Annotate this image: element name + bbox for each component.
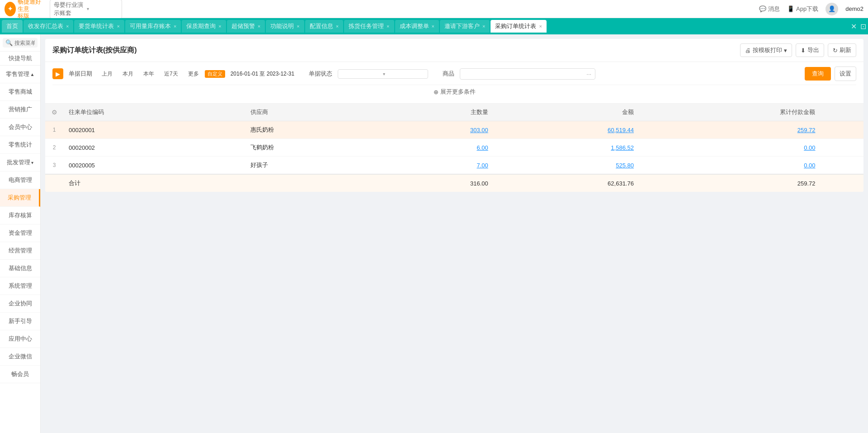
column-settings-icon[interactable]: ⚙ [52, 109, 57, 116]
sidebar-item-vip[interactable]: 畅会员 [0, 366, 40, 383]
sidebar-item-app-center[interactable]: 应用中心 [0, 330, 40, 348]
close-all-tabs-button[interactable]: ✕ [851, 22, 857, 31]
close-tab-receipts[interactable]: × [66, 24, 69, 29]
logo-area: ✦ 畅捷通好生意 标版 [5, 0, 45, 19]
sidebar-item-inventory[interactable]: 库存核算 [0, 207, 40, 224]
row-amount[interactable]: 1,586.52 [494, 139, 639, 157]
chevron-right-icon: ▶ [56, 71, 60, 77]
print-button[interactable]: 🖨 按模板打印 ▾ [740, 43, 792, 57]
footer-main-qty: 316.00 [380, 174, 494, 192]
logo-icon: ✦ [5, 2, 16, 16]
sidebar-item-retail-stat[interactable]: 零售统计 [0, 136, 40, 154]
tab-invite[interactable]: 邀请下游客户 × [440, 20, 490, 33]
page: 采购订单统计表(按供应商) 🖨 按模板打印 ▾ ⬇ 导出 ↻ [41, 34, 868, 433]
message-button[interactable]: 💬 消息 [759, 5, 780, 13]
app-download-button[interactable]: 📱 App下载 [787, 5, 818, 13]
goods-input[interactable] [464, 71, 586, 77]
sidebar: 🔍 快捷导航 零售管理 ▲ 零售商城 营销推广 会员中心 零售统计 [0, 34, 41, 433]
close-tab-pickup-task[interactable]: × [387, 24, 389, 29]
refresh-button[interactable]: ↻ 刷新 [828, 43, 856, 57]
sidebar-item-wechat-biz[interactable]: 企业微信 [0, 348, 40, 366]
sidebar-item-label: 会员中心 [9, 124, 32, 130]
sidebar-item-label: 经营管理 [9, 247, 32, 254]
shortcut-more[interactable]: 更多 [184, 69, 203, 79]
shortcut-this-year[interactable]: 本年 [139, 69, 158, 79]
shortcut-this-month[interactable]: 本月 [118, 69, 137, 79]
sidebar-item-marketing[interactable]: 营销推广 [0, 101, 40, 119]
custom-badge[interactable]: 自定义 [205, 70, 225, 78]
sidebar-item-retail-mgmt[interactable]: 零售管理 ▲ [0, 66, 40, 83]
sidebar-item-ecommerce[interactable]: 电商管理 [0, 171, 40, 189]
sidebar-item-enterprise[interactable]: 企业协同 [0, 295, 40, 313]
tab-config[interactable]: 配置信息 × [305, 20, 343, 33]
row-main-qty[interactable]: 7.00 [380, 157, 494, 175]
data-table: ⚙ 往来单位编码 供应商 主数量 金额 累计付款金额 [45, 104, 863, 192]
tab-pickup-task[interactable]: 拣货任务管理 × [344, 20, 394, 33]
shortcut-last-month[interactable]: 上月 [98, 69, 117, 79]
filter-settings-button[interactable]: 设置 [835, 67, 856, 81]
search-icon: 🔍 [5, 39, 13, 46]
content-area: 采购订单统计表(按供应商) 🖨 按模板打印 ▾ ⬇ 导出 ↻ [41, 34, 868, 433]
row-amount[interactable]: 525.80 [494, 157, 639, 175]
export-button[interactable]: ⬇ 导出 [796, 43, 824, 57]
tab-home[interactable]: 首页 [2, 20, 23, 33]
tab-requisition[interactable]: 要货单统计表 × [74, 20, 124, 33]
date-shortcuts: 上月 本月 本年 近7天 更多 自定义 [98, 69, 225, 79]
close-tab-config[interactable]: × [336, 24, 339, 29]
sidebar-item-purchase[interactable]: 采购管理 [0, 189, 40, 207]
sidebar-item-label: 库存核算 [9, 212, 32, 219]
sidebar-item-basic-info[interactable]: 基础信息 [0, 260, 40, 277]
shortcut-7days[interactable]: 近7天 [160, 69, 182, 79]
avatar[interactable]: 👤 [826, 3, 838, 15]
close-tab-cost-adj[interactable]: × [432, 24, 434, 29]
close-tab-func-desc[interactable]: × [297, 24, 299, 29]
sidebar-item-sys-mgmt[interactable]: 系统管理 [0, 277, 40, 295]
tab-purchase-stat[interactable]: 采购订单统计表 × [491, 20, 546, 33]
maximize-button[interactable]: ⊡ [860, 22, 866, 31]
filter-toggle-button[interactable]: ▶ [52, 68, 63, 79]
sidebar-search-box[interactable]: 🔍 [3, 38, 38, 48]
table-area: ⚙ 往来单位编码 供应商 主数量 金额 累计付款金额 [45, 104, 863, 192]
sidebar-item-retail-shop[interactable]: 零售商城 [0, 83, 40, 101]
col-main-qty: 主数量 [380, 104, 494, 121]
sidebar-item-biz-mgmt[interactable]: 经营管理 [0, 242, 40, 260]
row-main-qty[interactable]: 303.00 [380, 121, 494, 139]
search-input[interactable] [14, 40, 35, 46]
row-counter-code: 00020001 [63, 121, 245, 139]
goods-more-icon[interactable]: ··· [586, 71, 591, 77]
sidebar-item-label: 基础信息 [9, 265, 32, 271]
tab-overstock[interactable]: 超储预警 × [227, 20, 265, 33]
topbar-right: 💬 消息 📱 App下载 👤 demo2 [759, 3, 863, 15]
row-paid-amount[interactable]: 0.00 [639, 157, 821, 175]
close-tab-invite[interactable]: × [482, 24, 485, 29]
sidebar-item-finance[interactable]: 资金管理 [0, 224, 40, 242]
row-counter-code: 00020002 [63, 139, 245, 157]
goods-input-area[interactable]: ··· [460, 68, 595, 80]
tab-cost-adj[interactable]: 成本调整单 × [395, 20, 439, 33]
tab-expiry[interactable]: 保质期查询 × [182, 20, 226, 33]
sidebar-item-new-guide[interactable]: 新手引导 [0, 313, 40, 330]
close-tab-purchase-stat[interactable]: × [539, 24, 542, 29]
row-amount[interactable]: 60,519.44 [494, 121, 639, 139]
message-icon: 💬 [759, 5, 766, 12]
row-paid-amount[interactable]: 0.00 [639, 139, 821, 157]
page-title: 采购订单统计表(按供应商) [52, 46, 137, 55]
close-tab-requisition[interactable]: × [117, 24, 119, 29]
tab-func-desc[interactable]: 功能说明 × [266, 20, 304, 33]
tab-receipts[interactable]: 收发存汇总表 × [24, 20, 73, 33]
expand-icon: ⊕ [434, 89, 439, 95]
sidebar-item-member[interactable]: 会员中心 [0, 119, 40, 136]
tab-available-stock[interactable]: 可用量库存账本 × [125, 20, 181, 33]
row-paid-amount[interactable]: 259.72 [639, 121, 821, 139]
search-button[interactable]: 查询 [805, 67, 831, 81]
sidebar-quicknav[interactable]: 快捷导航 [0, 52, 40, 66]
close-tab-available-stock[interactable]: × [174, 24, 176, 29]
row-main-qty[interactable]: 6.00 [380, 139, 494, 157]
store-selector[interactable]: 母婴行业演示账套 ▾ [50, 0, 122, 19]
expand-more-button[interactable]: ⊕ 展开更多条件 [52, 85, 856, 99]
status-select[interactable]: ▾ [338, 69, 428, 79]
sidebar-item-wholesale[interactable]: 批发管理 ▾ [0, 154, 40, 171]
nav-tab-end-buttons: ✕ ⊡ [851, 22, 866, 31]
close-tab-expiry[interactable]: × [218, 24, 221, 29]
close-tab-overstock[interactable]: × [258, 24, 260, 29]
